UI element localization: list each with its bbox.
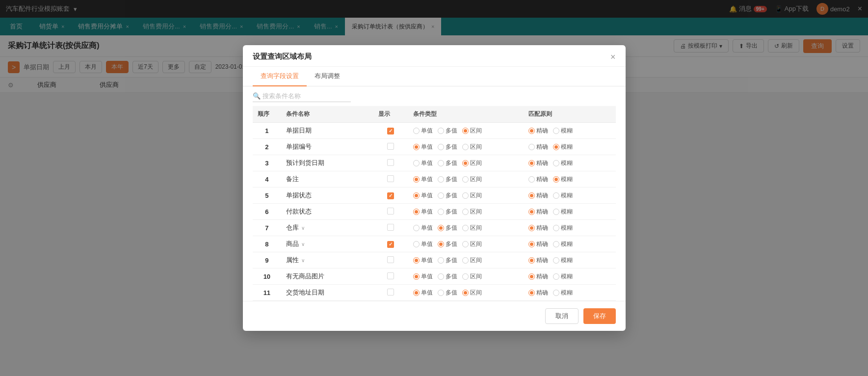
modal-tab-layout[interactable]: 布局调整: [307, 67, 348, 86]
modal-search-area: 🔍: [243, 86, 626, 93]
modal-title: 设置查询区域布局: [253, 52, 312, 61]
modal-overlay: 设置查询区域布局 × 查询字段设置 布局调整 🔍 顺序: [0, 0, 868, 93]
search-input[interactable]: [263, 92, 351, 93]
modal-tabs: 查询字段设置 布局调整: [243, 67, 626, 86]
search-wrap: 🔍: [253, 92, 351, 93]
search-icon: 🔍: [253, 92, 261, 93]
modal-tab-query-fields[interactable]: 查询字段设置: [253, 67, 307, 86]
modal-header: 设置查询区域布局 ×: [243, 45, 626, 67]
modal-close-button[interactable]: ×: [610, 53, 616, 61]
modal-dialog: 设置查询区域布局 × 查询字段设置 布局调整 🔍 顺序: [243, 45, 626, 93]
